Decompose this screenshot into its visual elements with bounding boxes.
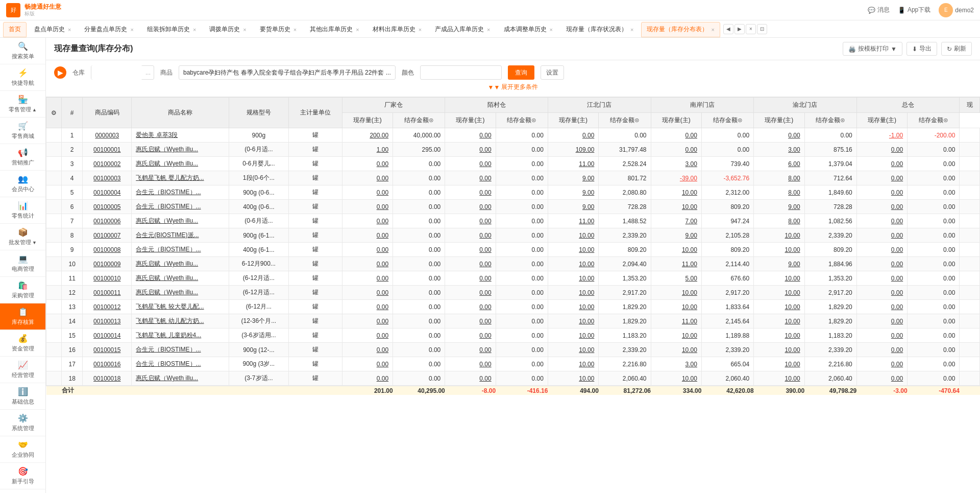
jiangbei-qty-cell[interactable]: 10.00 [548, 228, 598, 243]
code-cell[interactable]: 00100014 [83, 328, 132, 343]
jiangbei-qty-cell[interactable]: 109.00 [548, 143, 598, 157]
total-qty-cell[interactable]: -1.00 [856, 128, 907, 143]
query-btn[interactable]: 查询 [508, 65, 534, 80]
name-cell[interactable]: 爱他美 卓萃3段 [132, 128, 229, 143]
jiangbei-qty-cell[interactable]: 10.00 [548, 271, 598, 286]
jiangbei-qty-cell[interactable]: 10.00 [548, 286, 598, 300]
total-qty-cell[interactable]: 0.00 [856, 371, 907, 386]
nanan-qty-cell[interactable]: 3.00 [651, 157, 701, 171]
jiangbei-qty-cell[interactable]: 10.00 [548, 357, 598, 371]
close-icon[interactable]: × [711, 27, 714, 33]
factory-qty-cell[interactable]: 1.00 [342, 143, 393, 157]
sidebar-item-collab[interactable]: 🤝 企业协同 [0, 436, 45, 463]
tab-home[interactable]: 首页 [3, 22, 27, 37]
mocun-qty-cell[interactable]: 0.00 [445, 271, 496, 286]
factory-qty-cell[interactable]: 0.00 [342, 286, 393, 300]
name-cell[interactable]: 飞鹤星飞帆 儿童奶粉4... [132, 328, 229, 343]
msg-btn[interactable]: 💬 消息 [868, 6, 890, 14]
mocun-qty-cell[interactable]: 0.00 [445, 185, 496, 200]
tab-cost-adjust[interactable]: 成本调整单历史 × [498, 22, 558, 37]
nanan-qty-cell[interactable]: 10.00 [651, 185, 701, 200]
mocun-qty-cell[interactable]: 0.00 [445, 371, 496, 386]
sidebar-item-marketing[interactable]: 📢 营销推广 [0, 144, 45, 171]
nanan-qty-cell[interactable]: -39.00 [651, 171, 701, 185]
yubei-qty-cell[interactable]: 8.00 [754, 214, 804, 228]
total-qty-cell[interactable]: 0.00 [856, 257, 907, 271]
tab-transfer[interactable]: 调拨单历史 × [204, 22, 252, 37]
name-cell[interactable]: 合生元（BIOSTIME）... [132, 343, 229, 357]
factory-qty-cell[interactable]: 0.00 [342, 300, 393, 314]
total-qty-cell[interactable]: 0.00 [856, 171, 907, 185]
yubei-qty-cell[interactable]: 10.00 [754, 228, 804, 243]
close-icon[interactable]: × [293, 27, 297, 33]
name-cell[interactable]: 飞鹤星飞帆 婴儿配方奶... [132, 171, 229, 185]
nanan-qty-cell[interactable]: 10.00 [651, 286, 701, 300]
mocun-qty-cell[interactable]: 0.00 [445, 314, 496, 328]
nanan-qty-cell[interactable]: 5.00 [651, 271, 701, 286]
code-cell[interactable]: 00100010 [83, 271, 132, 286]
sidebar-item-purchase[interactable]: 🛍️ 采购管理 [0, 277, 45, 303]
mocun-qty-cell[interactable]: 0.00 [445, 157, 496, 171]
sidebar-item-quicknav[interactable]: ⚡ 快捷导航 [0, 64, 45, 91]
code-cell[interactable]: 00100005 [83, 200, 132, 214]
code-cell[interactable]: 00100016 [83, 357, 132, 371]
total-qty-cell[interactable]: 0.00 [856, 300, 907, 314]
name-cell[interactable]: 合生元（BIOSTIME）... [132, 185, 229, 200]
yubei-qty-cell[interactable]: 10.00 [754, 357, 804, 371]
code-cell[interactable]: 00100011 [83, 286, 132, 300]
yubei-qty-cell[interactable]: 8.00 [754, 185, 804, 200]
nav-expand[interactable]: ⊡ [757, 24, 767, 34]
mocun-qty-cell[interactable]: 0.00 [445, 286, 496, 300]
close-icon[interactable]: × [419, 27, 422, 33]
close-icon[interactable]: × [550, 27, 553, 33]
sidebar-item-ecom[interactable]: 💻 电商管理 [0, 250, 45, 277]
jiangbei-qty-cell[interactable]: 10.00 [548, 243, 598, 257]
total-qty-cell[interactable]: 0.00 [856, 157, 907, 171]
name-cell[interactable]: 惠氏启赋（Wyeth illu... [132, 143, 229, 157]
sidebar-item-system[interactable]: ⚙️ 系统管理 [0, 410, 45, 436]
print-btn[interactable]: 🖨️ 按模板打印 ▼ [843, 42, 902, 56]
mocun-qty-cell[interactable]: 0.00 [445, 257, 496, 271]
close-icon[interactable]: × [193, 27, 196, 33]
name-cell[interactable]: 合生元（BIOSTIME）... [132, 200, 229, 214]
close-icon[interactable]: × [243, 27, 246, 33]
app-btn[interactable]: 📱 App下载 [898, 6, 930, 14]
total-qty-cell[interactable]: 0.00 [856, 343, 907, 357]
sidebar-item-member[interactable]: 👥 会员中心 [0, 171, 45, 197]
close-icon[interactable]: × [630, 27, 633, 33]
name-cell[interactable]: 惠氏启赋（Wyeth illu... [132, 371, 229, 386]
tab-material-out[interactable]: 材料出库单历史 × [367, 22, 427, 37]
name-cell[interactable]: 飞鹤星飞帆 较大婴儿配... [132, 300, 229, 314]
factory-qty-cell[interactable]: 0.00 [342, 214, 393, 228]
factory-qty-cell[interactable]: 0.00 [342, 257, 393, 271]
nav-prev[interactable]: ◀ [723, 24, 733, 34]
jiangbei-qty-cell[interactable]: 11.00 [548, 214, 598, 228]
nanan-qty-cell[interactable]: 11.00 [651, 257, 701, 271]
factory-qty-cell[interactable]: 0.00 [342, 357, 393, 371]
mocun-qty-cell[interactable]: 0.00 [445, 357, 496, 371]
mocun-qty-cell[interactable]: 0.00 [445, 328, 496, 343]
jiangbei-qty-cell[interactable]: 9.00 [548, 185, 598, 200]
factory-qty-cell[interactable]: 0.00 [342, 314, 393, 328]
mocun-qty-cell[interactable]: 0.00 [445, 143, 496, 157]
jiangbei-qty-cell[interactable]: 9.00 [548, 171, 598, 185]
code-cell[interactable]: 00100006 [83, 214, 132, 228]
user-avatar[interactable]: E demo2 [939, 3, 974, 17]
yubei-qty-cell[interactable]: 9.00 [754, 257, 804, 271]
nanan-qty-cell[interactable]: 10.00 [651, 371, 701, 386]
nanan-qty-cell[interactable]: 3.00 [651, 357, 701, 371]
nanan-qty-cell[interactable]: 10.00 [651, 343, 701, 357]
sidebar-item-retail-mall[interactable]: 🛒 零售商城 [0, 118, 45, 144]
close-icon[interactable]: × [130, 27, 133, 33]
sidebar-item-operations[interactable]: 📈 经营管理 [0, 357, 45, 383]
mocun-qty-cell[interactable]: 0.00 [445, 200, 496, 214]
yubei-qty-cell[interactable]: 10.00 [754, 371, 804, 386]
nav-close-all[interactable]: × [746, 24, 756, 34]
tab-requisition[interactable]: 要货单历史 × [254, 22, 302, 37]
close-icon[interactable]: × [487, 27, 490, 33]
name-cell[interactable]: 合生元(BIOSTIME)派... [132, 228, 229, 243]
jiangbei-qty-cell[interactable]: 10.00 [548, 314, 598, 328]
total-qty-cell[interactable]: 0.00 [856, 271, 907, 286]
nanan-qty-cell[interactable]: 10.00 [651, 328, 701, 343]
factory-qty-cell[interactable]: 0.00 [342, 328, 393, 343]
